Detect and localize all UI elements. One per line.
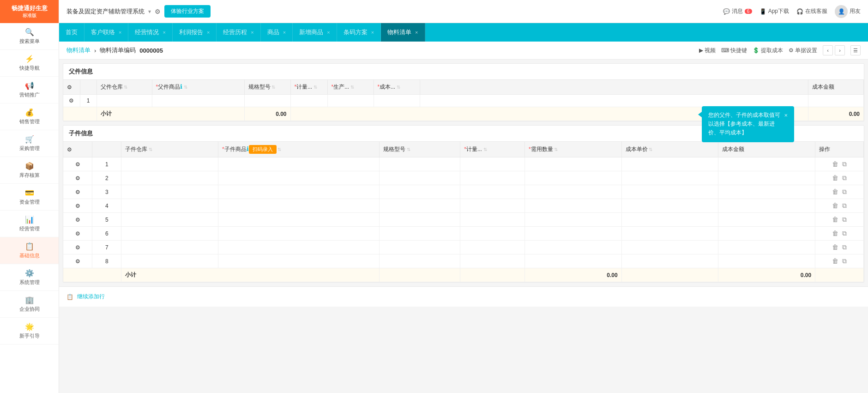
tooltip-close-btn[interactable]: ×	[784, 111, 788, 121]
child-row-spec[interactable]	[380, 157, 460, 171]
delete-row-icon[interactable]: 🗑	[832, 257, 838, 265]
child-row-qty[interactable]	[525, 185, 622, 199]
child-row-spec[interactable]	[380, 171, 460, 185]
delete-row-icon[interactable]: 🗑	[832, 243, 838, 251]
row-parent-goods[interactable]	[152, 95, 244, 107]
child-row-goods[interactable]	[218, 254, 380, 268]
copy-row-icon[interactable]: ⧉	[842, 230, 847, 237]
child-row-goods[interactable]	[218, 185, 380, 199]
child-row-goods[interactable]	[218, 199, 380, 213]
row-parent-production[interactable]	[327, 95, 374, 107]
close-profit-report-tab-icon[interactable]: ×	[207, 30, 210, 35]
tab-operation-history[interactable]: 经营历程 ×	[217, 23, 260, 42]
copy-row-icon[interactable]: ⧉	[842, 243, 847, 251]
tab-barcode[interactable]: 条码方案 ×	[337, 23, 381, 42]
copy-row-icon[interactable]: ⧉	[842, 202, 847, 209]
sidebar-item-basic-info[interactable]: 📋 基础信息	[0, 237, 59, 264]
prev-arrow[interactable]: ‹	[823, 45, 833, 55]
trial-button[interactable]: 体验行业方案	[164, 5, 211, 18]
child-row-warehouse[interactable]	[121, 241, 218, 254]
scan-input-btn[interactable]: 扫码录入	[249, 145, 277, 154]
delete-row-icon[interactable]: 🗑	[832, 188, 838, 195]
close-operation-history-tab-icon[interactable]: ×	[251, 30, 253, 35]
child-row-warehouse[interactable]	[121, 185, 218, 199]
child-row-unit-cost[interactable]	[621, 157, 718, 171]
child-row-unit-cost[interactable]	[621, 199, 718, 213]
close-bom-tab-icon[interactable]: ×	[415, 30, 418, 35]
delete-row-icon[interactable]: 🗑	[832, 174, 838, 181]
tab-customer[interactable]: 客户联络 ×	[84, 23, 128, 42]
single-settings-btn[interactable]: ⚙ 单据设置	[789, 47, 817, 54]
video-btn[interactable]: ▶ 视频	[699, 47, 716, 54]
sidebar-item-inventory[interactable]: 📦 库存核算	[0, 157, 59, 184]
child-row-spec[interactable]	[380, 254, 460, 268]
child-row-warehouse[interactable]	[121, 254, 218, 268]
copy-row-icon[interactable]: ⧉	[842, 216, 847, 223]
app-download-item[interactable]: 📱 App下载	[760, 7, 789, 15]
copy-row-icon[interactable]: ⧉	[842, 160, 847, 168]
row-parent-unit[interactable]	[290, 95, 327, 107]
child-row-goods[interactable]	[218, 227, 380, 241]
tab-add-goods[interactable]: 新增商品 ×	[293, 23, 337, 42]
child-row-qty[interactable]	[525, 213, 622, 227]
child-row-qty[interactable]	[525, 227, 622, 241]
sidebar-item-search[interactable]: 🔍 搜索菜单	[0, 23, 59, 50]
close-goods-tab-icon[interactable]: ×	[283, 30, 286, 35]
child-row-goods[interactable]	[218, 157, 380, 171]
next-arrow[interactable]: ›	[835, 45, 845, 55]
sidebar-item-quick-nav[interactable]: ⚡ 快捷导航	[0, 50, 59, 77]
sidebar-item-system[interactable]: ⚙️ 系统管理	[0, 264, 59, 291]
get-cost-btn[interactable]: 💲 提取成本	[753, 47, 783, 54]
child-row-warehouse[interactable]	[121, 227, 218, 241]
sidebar-item-guide[interactable]: 🌟 新手引导	[0, 318, 59, 345]
child-row-qty[interactable]	[525, 199, 622, 213]
child-row-unit[interactable]	[460, 213, 525, 227]
child-row-unit[interactable]	[460, 227, 525, 241]
copy-row-icon[interactable]: ⧉	[842, 188, 847, 195]
user-item[interactable]: 👤 用友	[835, 5, 861, 18]
child-row-unit-cost[interactable]	[621, 185, 718, 199]
child-row-warehouse[interactable]	[121, 213, 218, 227]
child-row-spec[interactable]	[380, 213, 460, 227]
shortcut-btn[interactable]: ⌨ 快捷键	[721, 47, 747, 54]
child-row-spec[interactable]	[380, 241, 460, 254]
sidebar-item-purchase[interactable]: 🛒 采购管理	[0, 130, 59, 157]
close-add-goods-tab-icon[interactable]: ×	[327, 30, 330, 35]
tab-goods[interactable]: 商品 ×	[261, 23, 293, 42]
add-row-label[interactable]: 继续添加行	[77, 293, 105, 301]
delete-row-icon[interactable]: 🗑	[832, 230, 838, 237]
child-row-qty[interactable]	[525, 241, 622, 254]
copy-row-icon[interactable]: ⧉	[842, 174, 847, 181]
child-row-unit[interactable]	[460, 185, 525, 199]
row-parent-spec[interactable]	[244, 95, 290, 107]
delete-row-icon[interactable]: 🗑	[832, 216, 838, 223]
child-row-goods[interactable]	[218, 171, 380, 185]
sidebar-item-operation[interactable]: 📊 经营管理	[0, 211, 59, 237]
child-row-unit-cost[interactable]	[621, 241, 718, 254]
row-parent-warehouse[interactable]	[96, 95, 152, 107]
child-row-unit[interactable]	[460, 171, 525, 185]
child-row-spec[interactable]	[380, 199, 460, 213]
child-row-unit[interactable]	[460, 254, 525, 268]
child-row-qty[interactable]	[525, 157, 622, 171]
child-row-unit-cost[interactable]	[621, 227, 718, 241]
delete-row-icon[interactable]: 🗑	[832, 202, 838, 209]
breadcrumb-item-bom[interactable]: 物料清单	[66, 46, 90, 54]
child-row-goods[interactable]	[218, 213, 380, 227]
child-row-warehouse[interactable]	[121, 199, 218, 213]
view-toggle-btn[interactable]: ☰	[850, 45, 861, 55]
close-operation-status-tab-icon[interactable]: ×	[163, 30, 165, 35]
sidebar-item-sales[interactable]: 💰 销售管理	[0, 103, 59, 130]
online-service-item[interactable]: 🎧 在线客服	[796, 7, 827, 15]
sidebar-item-enterprise[interactable]: 🏢 企业协同	[0, 291, 59, 318]
close-customer-tab-icon[interactable]: ×	[119, 30, 121, 35]
message-item[interactable]: 💬 消息 6	[723, 7, 752, 15]
tab-bom[interactable]: 物料清单 ×	[381, 23, 425, 42]
topbar-dropdown-arrow[interactable]: ▾	[148, 8, 151, 15]
child-row-unit-cost[interactable]	[621, 213, 718, 227]
child-row-qty[interactable]	[525, 171, 622, 185]
delete-row-icon[interactable]: 🗑	[832, 160, 838, 168]
child-row-unit-cost[interactable]	[621, 171, 718, 185]
child-row-goods[interactable]	[218, 241, 380, 254]
child-row-qty[interactable]	[525, 254, 622, 268]
